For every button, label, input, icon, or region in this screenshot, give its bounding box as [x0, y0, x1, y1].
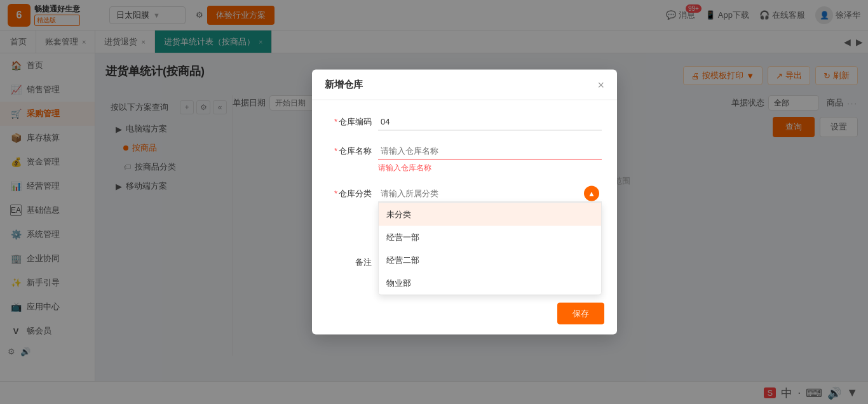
dropdown-item-unclassified[interactable]: 未分类 — [379, 203, 601, 226]
form-row-code: *仓库编码 — [327, 113, 602, 131]
dropdown-item-dept1[interactable]: 经营一部 — [379, 226, 601, 249]
name-input[interactable] — [378, 142, 602, 160]
note-label: 备注 — [327, 257, 372, 268]
dropdown-arrow-icon[interactable]: ▲ — [584, 186, 599, 201]
name-error-area: 请输入仓库名称 — [378, 163, 431, 173]
dropdown-item-dept2[interactable]: 经营二部 — [379, 249, 601, 272]
add-warehouse-modal: 新增仓库 × *仓库编码 *仓库名称 请输入仓库名称 — [312, 70, 617, 335]
name-label: *仓库名称 — [327, 145, 372, 157]
modal-close-button[interactable]: × — [597, 79, 604, 90]
modal-header: 新增仓库 × — [312, 70, 617, 100]
modal-body: *仓库编码 *仓库名称 请输入仓库名称 *仓库分类 — [312, 100, 617, 295]
form-row-category: *仓库分类 ▲ 未分类 经营一部 经营二部 物业部 — [327, 185, 602, 203]
dropdown-item-dept3[interactable]: 物业部 — [379, 272, 601, 295]
category-input[interactable] — [378, 185, 602, 203]
name-error-msg: 请输入仓库名称 — [378, 163, 431, 172]
category-dropdown-list: 未分类 经营一部 经营二部 物业部 — [378, 203, 602, 295]
category-dropdown-wrapper: ▲ 未分类 经营一部 经营二部 物业部 — [378, 185, 602, 203]
save-button[interactable]: 保存 — [557, 303, 604, 325]
code-input[interactable] — [378, 113, 602, 131]
category-label: *仓库分类 — [327, 188, 372, 199]
modal-title: 新增仓库 — [325, 79, 363, 91]
form-row-name: *仓库名称 请输入仓库名称 — [327, 142, 602, 173]
code-label: *仓库编码 — [327, 116, 372, 128]
modal-footer: 保存 — [312, 295, 617, 335]
name-input-wrapper — [378, 142, 602, 160]
